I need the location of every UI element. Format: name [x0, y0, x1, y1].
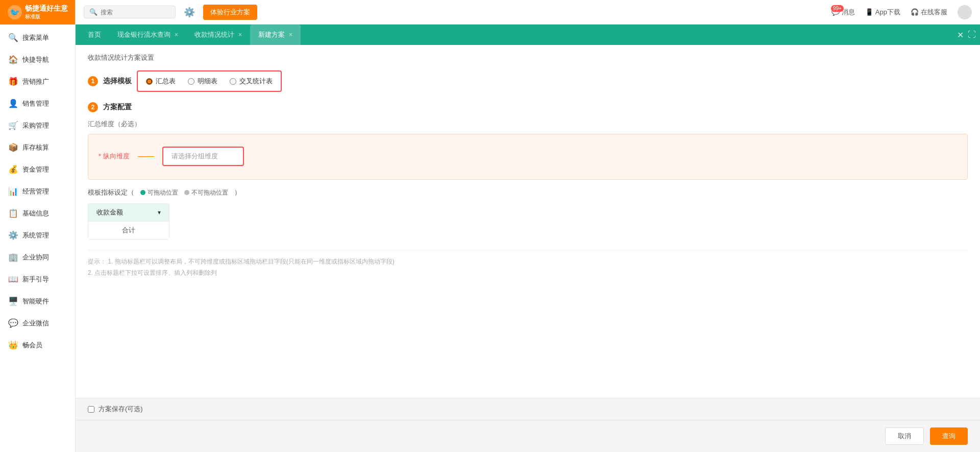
indicator-section: 模板指标设定（ 可拖动位置 不可拖动位置 ） [88, 188, 968, 240]
step1-header: 1 选择模板 汇总表 明细表 交叉统计表 [88, 70, 968, 92]
arrow-icon: —— [138, 152, 154, 161]
industry-btn[interactable]: 体验行业方案 [203, 5, 257, 20]
footer-section: 方案保存(可选) [76, 398, 980, 420]
table-header[interactable]: 收款金额 ▾ [88, 204, 169, 222]
logo-badge: 标准版 [25, 13, 68, 20]
service-item[interactable]: 🎧 在线客服 [911, 8, 947, 17]
sidebar-item-label: 畅会员 [22, 341, 42, 350]
save-checkbox[interactable] [88, 406, 94, 413]
topbar-right: 💬 99+ 消息 📱 App下载 🎧 在线客服 [831, 5, 972, 19]
sidebar-item-label: 企业微信 [22, 319, 49, 328]
sidebar-item-member[interactable]: 👑 畅会员 [0, 334, 75, 356]
option-cross[interactable]: 交叉统计表 [230, 77, 273, 86]
topbar: 🔍 ⚙️ 体验行业方案 💬 99+ 消息 📱 App下载 🎧 在线客服 [76, 0, 980, 25]
search-box[interactable]: 🔍 [84, 6, 176, 18]
draggable-badge: 可拖动位置 [140, 188, 178, 197]
action-bar: 取消 查询 [76, 420, 980, 452]
sidebar-item-label: 快捷导航 [22, 55, 49, 64]
radio-detail[interactable] [188, 78, 194, 85]
tab-bank-close[interactable]: × [175, 31, 178, 38]
search-input[interactable] [101, 9, 162, 16]
tab-new-close[interactable]: × [289, 31, 292, 38]
sidebar-item-label: 新手引导 [22, 275, 49, 284]
sidebar-item-sales[interactable]: 👤 销售管理 [0, 92, 75, 114]
option-cross-label: 交叉统计表 [239, 77, 273, 86]
sidebar-item-hardware[interactable]: 🖥️ 智能硬件 [0, 290, 75, 312]
sidebar-item-marketing[interactable]: 🎁 营销推广 [0, 70, 75, 92]
tab-close-all-icon[interactable]: ✕ [957, 30, 964, 40]
download-item[interactable]: 📱 App下载 [865, 8, 900, 17]
table-header-label: 收款金额 [96, 208, 123, 217]
sidebar-item-quicknav[interactable]: 🏠 快捷导航 [0, 49, 75, 70]
step1-num: 1 [88, 76, 98, 86]
tab-bank[interactable]: 现金银行流水查询 × [109, 25, 186, 45]
dimension-area: * 纵向维度 —— 请选择分组维度 [88, 134, 968, 180]
dimension-row: * 纵向维度 —— 请选择分组维度 [99, 147, 957, 166]
dimension-selector[interactable]: 请选择分组维度 [162, 147, 244, 166]
template-options: 汇总表 明细表 交叉统计表 [137, 70, 282, 92]
no-drag-badge: 不可拖动位置 [184, 188, 228, 197]
option-summary[interactable]: 汇总表 [146, 77, 176, 86]
step2-header: 2 方案配置 [88, 102, 968, 112]
box-icon: 📦 [8, 142, 18, 152]
tab-expand-icon[interactable]: ⛶ [968, 30, 976, 40]
crown-icon: 👑 [8, 340, 18, 350]
tab-receipt-label: 收款情况统计 [194, 30, 234, 39]
radio-summary[interactable] [146, 78, 153, 85]
monitor-icon: 🖥️ [8, 296, 18, 306]
drag-label: 可拖动位置 [148, 188, 178, 197]
money-icon: 💰 [8, 164, 18, 174]
sidebar-item-label: 搜索菜单 [22, 33, 49, 42]
tab-bar: 首页 现金银行流水查询 × 收款情况统计 × 新建方案 × ✕ ⛶ [76, 25, 980, 45]
tab-new-label: 新建方案 [258, 30, 285, 39]
page-title: 收款情况统计方案设置 [88, 53, 968, 62]
tabs-actions: ✕ ⛶ [957, 30, 976, 40]
sidebar-item-label: 资金管理 [22, 165, 49, 174]
sidebar-item-operation[interactable]: 📊 经营管理 [0, 180, 75, 202]
option-detail[interactable]: 明细表 [188, 77, 217, 86]
indicator-table: 收款金额 ▾ 合计 [88, 203, 169, 240]
user-avatar[interactable] [958, 5, 972, 19]
tab-receipt[interactable]: 收款情况统计 × [186, 25, 250, 45]
indicator-header: 模板指标设定（ 可拖动位置 不可拖动位置 ） [88, 188, 968, 197]
sidebar-item-search[interactable]: 🔍 搜索菜单 [0, 27, 75, 49]
query-button[interactable]: 查询 [930, 427, 968, 445]
option-summary-label: 汇总表 [156, 77, 176, 86]
sidebar-item-label: 营销推广 [22, 77, 49, 86]
gift-icon: 🎁 [8, 77, 18, 86]
sidebar-item-system[interactable]: ⚙️ 系统管理 [0, 224, 75, 246]
settings-icon[interactable]: ⚙️ [184, 7, 195, 18]
message-badge: 99+ [831, 5, 844, 12]
sidebar-item-label: 库存核算 [22, 143, 49, 152]
sidebar-item-label: 采购管理 [22, 121, 49, 130]
no-drag-label: 不可拖动位置 [191, 188, 228, 197]
tab-home[interactable]: 首页 [80, 25, 109, 45]
vertical-dimension-label: * 纵向维度 [99, 152, 130, 161]
sidebar-item-label: 企业协同 [22, 253, 49, 262]
tab-receipt-close[interactable]: × [238, 31, 242, 38]
gear-icon: ⚙️ [8, 230, 18, 240]
sidebar-item-enterprise[interactable]: 🏢 企业协同 [0, 246, 75, 268]
drag-dot-gray [184, 190, 189, 195]
sidebar-item-wechat[interactable]: 💬 企业微信 [0, 312, 75, 334]
drag-dot-green [140, 190, 145, 195]
list-icon: 📋 [8, 208, 18, 218]
tab-new[interactable]: 新建方案 × [250, 25, 301, 45]
message-item[interactable]: 💬 99+ 消息 [831, 8, 855, 17]
sidebar-item-basic[interactable]: 📋 基础信息 [0, 202, 75, 224]
cancel-button[interactable]: 取消 [885, 427, 924, 445]
radio-cross[interactable] [230, 78, 236, 85]
sidebar-item-finance[interactable]: 💰 资金管理 [0, 158, 75, 180]
sidebar-item-label: 智能硬件 [22, 297, 49, 306]
sidebar-item-inventory[interactable]: 📦 库存核算 [0, 136, 75, 158]
sidebar-item-purchase[interactable]: 🛒 采购管理 [0, 114, 75, 136]
sidebar-item-newbie[interactable]: 📖 新手引导 [0, 268, 75, 290]
tab-bank-label: 现金银行流水查询 [117, 30, 170, 39]
sidebar-item-label: 基础信息 [22, 209, 49, 218]
sidebar-item-label: 系统管理 [22, 231, 49, 240]
cart-icon: 🛒 [8, 121, 18, 130]
tips-section: 提示： 1. 拖动标题栏可以调整布局，不可跨维度或指标区域拖动栏目字段(只能在同… [88, 250, 968, 284]
option-detail-label: 明细表 [198, 77, 217, 86]
dimension-title: 汇总维度（必选） [88, 120, 968, 129]
main-area: 🔍 ⚙️ 体验行业方案 💬 99+ 消息 📱 App下载 🎧 在线客服 [76, 0, 980, 452]
